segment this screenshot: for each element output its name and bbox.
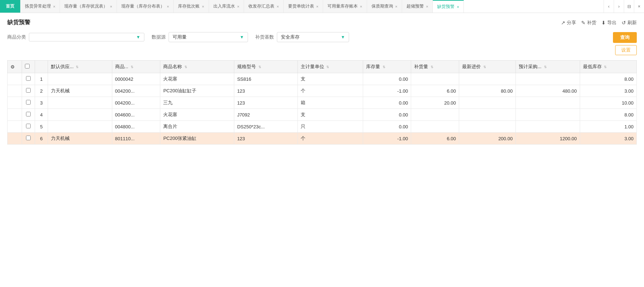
col-name[interactable]: 商品名称 ⇅: [160, 61, 234, 73]
row-checkbox-cell[interactable]: [22, 97, 35, 109]
table-row: 6 力天机械 801110... PC200张紧油缸 123 个 -1.00 6…: [8, 133, 637, 145]
tab-3[interactable]: 现存量（库存分布表） ×: [117, 0, 174, 13]
row-checkbox-cell[interactable]: [22, 121, 35, 133]
estpurchase-sort-icon: ⇅: [544, 65, 547, 69]
tab-9[interactable]: 保质期查询 ×: [367, 0, 402, 13]
page-header: 缺货预警 ↗ 分享 ✎ 补货 ⬇ 导出 ↺ 刷新: [7, 19, 637, 26]
replenish-base-select[interactable]: 安全库存 ▼: [277, 32, 349, 42]
row-code: 004200...: [112, 85, 160, 97]
col-spec[interactable]: 规格型号 ⇅: [234, 61, 297, 73]
supplier-sort-icon: ⇅: [76, 65, 79, 69]
tab-4[interactable]: 库存批次账 ×: [174, 0, 209, 13]
col-lastprice[interactable]: 最新进价 ⇅: [459, 61, 515, 73]
tab-close-3[interactable]: ×: [167, 4, 169, 9]
row-checkbox[interactable]: [26, 136, 31, 140]
tab-close-8[interactable]: ×: [360, 4, 362, 9]
export-button[interactable]: ⬇ 导出: [601, 19, 617, 26]
row-minstock: 8.00: [580, 73, 636, 85]
tab-10[interactable]: 超储预警 ×: [402, 0, 433, 13]
filter-area: 商品分类 ▼ 数据源 可用量 ▼ 补货基数 安全库存 ▼: [7, 32, 637, 55]
row-stock: -1.00: [363, 133, 411, 145]
tab-close-9[interactable]: ×: [395, 4, 397, 9]
tab-2[interactable]: 现存量（库存状况表） ×: [60, 0, 117, 13]
share-icon: ↗: [561, 20, 565, 26]
replenish-sort-icon: ⇅: [431, 65, 434, 69]
tab-next-btn[interactable]: ›: [614, 0, 624, 13]
row-supplier: [48, 73, 112, 85]
tab-close-1[interactable]: ×: [53, 4, 55, 9]
tab-menu-btn[interactable]: ⊟: [624, 0, 634, 13]
action-buttons: 查询 设置: [613, 32, 637, 55]
minstock-sort-icon: ⇅: [604, 65, 607, 69]
tab-nav-buttons: ‹ › ⊟ ×: [604, 0, 644, 13]
row-checkbox-cell[interactable]: [22, 85, 35, 97]
tab-6[interactable]: 收发存汇总表 ×: [244, 0, 283, 13]
category-filter-group: 商品分类 ▼: [7, 33, 144, 41]
table-row: 4 004600... 火花塞 J7092 支 0.00 8.00: [8, 109, 637, 121]
row-unit: 箱: [297, 97, 363, 109]
tab-close-7[interactable]: ×: [316, 4, 318, 9]
col-code[interactable]: 商品... ⇅: [112, 61, 160, 73]
tab-prev-btn[interactable]: ‹: [604, 0, 614, 13]
tab-close-10[interactable]: ×: [426, 4, 428, 9]
col-stock[interactable]: 库存量 ⇅: [363, 61, 411, 73]
col-replenish[interactable]: 补货量 ⇅: [411, 61, 459, 73]
tab-home[interactable]: 首页: [0, 0, 21, 13]
row-checkbox-cell[interactable]: [22, 109, 35, 121]
row-lastprice: [459, 121, 515, 133]
row-gear-cell: [8, 85, 22, 97]
export-icon: ⬇: [601, 20, 606, 26]
row-checkbox[interactable]: [26, 76, 31, 81]
row-code: 801110...: [112, 133, 160, 145]
col-estpurchase[interactable]: 预计采购... ⇅: [516, 61, 580, 73]
query-button[interactable]: 查询: [613, 32, 637, 43]
tab-close-4[interactable]: ×: [202, 4, 204, 9]
refresh-button[interactable]: ↺ 刷新: [622, 19, 637, 26]
data-table: ⚙ 默认供应... ⇅ 商品... ⇅ 商品名称 ⇅ 规格: [7, 60, 637, 145]
row-name: 离合片: [160, 121, 234, 133]
col-gear[interactable]: ⚙: [8, 61, 22, 73]
row-unit: 个: [297, 85, 363, 97]
row-replenish: [411, 121, 459, 133]
replenish-button[interactable]: ✎ 补货: [581, 19, 596, 26]
category-select[interactable]: ▼: [29, 33, 144, 41]
tab-close-6[interactable]: ×: [277, 4, 279, 9]
datasource-label: 数据源: [152, 34, 166, 40]
settings-button[interactable]: 设置: [615, 45, 637, 55]
select-all-checkbox[interactable]: [25, 64, 30, 69]
tab-8[interactable]: 可用量库存账本 ×: [323, 0, 367, 13]
row-code: 004200...: [112, 97, 160, 109]
row-spec: SS816: [234, 73, 297, 85]
tab-1[interactable]: 拣货异常处理 ×: [21, 0, 60, 13]
tab-7[interactable]: 要货单统计表 ×: [284, 0, 323, 13]
row-checkbox-cell[interactable]: [22, 133, 35, 145]
col-checkbox: [22, 61, 35, 73]
refresh-icon: ↺: [622, 20, 626, 26]
row-index: 4: [35, 109, 48, 121]
share-button[interactable]: ↗ 分享: [561, 19, 576, 26]
row-code: 004800...: [112, 121, 160, 133]
datasource-select[interactable]: 可用量 ▼: [169, 32, 248, 42]
col-supplier[interactable]: 默认供应... ⇅: [48, 61, 112, 73]
tab-close-11[interactable]: ×: [457, 5, 459, 9]
tab-close-all-btn[interactable]: ×: [634, 0, 644, 13]
tab-11[interactable]: 缺货预警 ×: [433, 0, 464, 13]
col-index: [35, 61, 48, 73]
tab-close-5[interactable]: ×: [237, 4, 239, 9]
row-checkbox[interactable]: [26, 100, 31, 105]
row-minstock: 10.00: [580, 97, 636, 109]
col-minstock[interactable]: 最低库存 ⇅: [580, 61, 636, 73]
row-index: 3: [35, 97, 48, 109]
row-unit: 个: [297, 133, 363, 145]
lastprice-sort-icon: ⇅: [483, 65, 486, 69]
col-unit[interactable]: 主计量单位 ⇅: [297, 61, 363, 73]
row-index: 6: [35, 133, 48, 145]
tab-close-2[interactable]: ×: [110, 4, 112, 9]
datasource-arrow-icon: ▼: [240, 35, 244, 40]
row-checkbox-cell[interactable]: [22, 73, 35, 85]
row-checkbox[interactable]: [26, 88, 31, 93]
replenish-base-arrow-icon: ▼: [341, 35, 345, 40]
row-checkbox[interactable]: [26, 124, 31, 128]
row-checkbox[interactable]: [26, 112, 31, 116]
tab-5[interactable]: 出入库流水 ×: [209, 0, 244, 13]
